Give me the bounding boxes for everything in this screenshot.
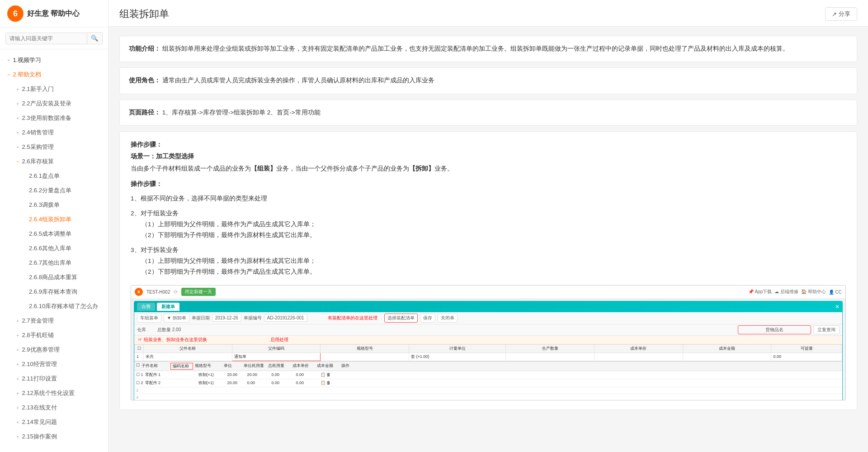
ss-th-avail1: 可提量 [771, 344, 842, 352]
sidebar-item-2-15-label: 2.15操作案例 [22, 433, 57, 441]
ss-lr-3-num: 3 [136, 388, 138, 393]
ss-th-check: ☐ [135, 344, 144, 352]
plus-icon-2-2: + [16, 101, 19, 106]
sidebar-item-2-5-label: 2.5采购管理 [22, 143, 53, 151]
ss-cell-1-2: 通知单 [232, 352, 321, 361]
ss-icon-2: ☁ 后端维修 [774, 289, 798, 295]
ss-cell-1-8: 0.00 [771, 352, 842, 361]
search-button[interactable]: 🔍 [87, 32, 103, 44]
sidebar-item-2-2-label: 2.2产品安装及登录 [22, 100, 71, 108]
sidebar-item-2-8[interactable]: + 2.8手机旺铺 [13, 328, 108, 343]
sidebar-item-2-6-10-label: 2.6.10库存账本错了怎么办 [29, 302, 98, 310]
sidebar-item-2-3[interactable]: + 2.3使用前数据准备 [13, 111, 108, 125]
ss-cell-1-6 [594, 352, 683, 361]
role-intro-text: 通常由生产人员或库管人员完成拆装业务的操作，库管人员确认原材料的出库和产成品的入… [162, 77, 434, 84]
sidebar-item-2-13[interactable]: + 2.13在线支付 [13, 400, 108, 415]
sidebar-item-2-6-1[interactable]: 2.6.1盘点单 [25, 169, 108, 183]
ss-field-no-label: 单据编号 [244, 315, 262, 321]
sidebar-item-2-4-label: 2.4销售管理 [22, 128, 53, 137]
sidebar-item-2-14[interactable]: + 2.14常见问题 [13, 415, 108, 429]
ss-lr-1-name: 零配件 1 [145, 372, 172, 378]
scene1-step-2: 2、对于组装业务 （1）上部明细为父件明细，最终作为产成品生成其它入库单； （2… [131, 208, 846, 241]
sidebar-item-2-9[interactable]: + 2.9优惠券管理 [13, 343, 108, 357]
ss-win-header: 自费 新建单 ✕ [134, 301, 842, 312]
sidebar-item-2-6[interactable]: − 2.6库存核算 [13, 154, 108, 169]
sidebar-item-2-6-2[interactable]: 2.6.2分量盘点单 [25, 183, 108, 198]
sidebar-item-2-6-6-label: 2.6.6其他入库单 [29, 244, 71, 252]
nav-sub-2-6: 2.6.1盘点单 2.6.2分量盘点单 2.6.3调拨单 2.6.4组装拆卸单 … [13, 169, 108, 314]
sidebar-item-2-14-label: 2.14常见问题 [22, 418, 57, 426]
sidebar-item-2-6-8[interactable]: 2.6.8商品成本重算 [25, 270, 108, 285]
ss-lower-th-cost-total: 成本金额 [317, 363, 340, 370]
plus-icon: + [7, 57, 10, 63]
sidebar-item-2-7[interactable]: + 2.7资金管理 [13, 314, 108, 328]
function-intro-text: 组装拆卸单用来处理企业组装或拆卸等加工业务，支持有固定装配清单的产品加工业务，也… [162, 45, 789, 52]
ss-lower-th-spec: 规格型号 [195, 363, 222, 370]
sidebar-item-2-4[interactable]: + 2.4销售管理 [13, 125, 108, 140]
ss-btn-bom: 选择装配清单 [384, 314, 418, 323]
logo-icon: 6 [7, 5, 24, 22]
sidebar-item-2-6-9[interactable]: 2.6.9库存账本查询 [25, 285, 108, 299]
ss-logo: 6 [135, 288, 143, 296]
plus-icon-2-5: + [16, 144, 19, 150]
sidebar-item-2-11[interactable]: + 2.11打印设置 [13, 371, 108, 386]
scene1-step-3-sub: （1）上部明细为父件明细，最终作为原材料生成其它出库单； （2）下部明细为子件明… [131, 256, 846, 278]
plus-icon-2-7: + [16, 318, 19, 324]
ss-hint-bom: 有装配清单的在这里处理 [328, 315, 377, 321]
sidebar-item-2-6-4[interactable]: 2.6.4组装拆卸单 [25, 212, 108, 227]
ss-lower-th-name: 子件名称 [142, 363, 169, 370]
ss-field-date: 2019-12-26 [212, 314, 241, 322]
sidebar-item-2-6-7[interactable]: 2.6.7其他出库单 [25, 256, 108, 270]
sidebar-item-2-6-5[interactable]: 2.6.5成本调整单 [25, 227, 108, 241]
sidebar-item-2-1[interactable]: + 2.1新手入门 [13, 82, 108, 96]
ss-lr-2-check: ☐ 2 [136, 381, 143, 385]
plus-icon-2-14: + [16, 419, 19, 425]
ss-cell-1-5 [506, 352, 594, 361]
ss-right-icons: 📌 App下载 ☁ 后端维修 🏠 帮助中心 👤 CC [748, 289, 842, 295]
sidebar-item-2-15[interactable]: + 2.15操作案例 [13, 429, 108, 444]
plus-icon-2-13: + [16, 405, 19, 410]
sidebar-item-2-12[interactable]: + 2.12系统个性化设置 [13, 386, 108, 400]
sidebar-item-2[interactable]: − 2.帮助文档 [0, 67, 108, 82]
share-icon: ↗ [832, 11, 837, 18]
ss-lr-2-ops: 📋 🗑 [321, 381, 334, 385]
sidebar-item-2-6-1-label: 2.6.1盘点单 [29, 172, 60, 180]
main-header: 组装拆卸单 ↗ 分享 [108, 0, 868, 27]
ss-lr-1-cost: 0.00 [272, 372, 294, 377]
ss-upper-table: ☐ 父件名称 父件编码 规格型号 计量单位 生产数量 成本单价 成本金额 可提量 [134, 344, 842, 361]
sidebar-item-2-2[interactable]: + 2.2产品安装及登录 [13, 96, 108, 111]
ss-lr-2-total: 0.00 [296, 381, 319, 385]
ss-green-button: 闭定新建一天 [181, 288, 216, 296]
scene1-desc: 当由多个子件材料组装成一个成品的业务为【组装】业务，当由一个父件拆分成多个子产品… [131, 163, 846, 174]
sidebar-item-2-10[interactable]: + 2.10经营管理 [13, 357, 108, 371]
minus-icon-2: − [7, 72, 10, 77]
sidebar-item-2-6-6[interactable]: 2.6.6其他入库单 [25, 241, 108, 256]
sidebar-item-2-10-label: 2.10经营管理 [22, 360, 57, 368]
ss-cell-1-0: 1 [135, 352, 144, 361]
ss-cell-1-4: 套 (×1.00) [409, 352, 506, 361]
main-area: 组装拆卸单 ↗ 分享 功能介绍： 组装拆卸单用来处理企业组装或拆卸等加工业务，支… [108, 0, 868, 452]
ss-btn-search: 立复查询 [813, 325, 840, 334]
ss-label-qty: 总数量 2.00 [157, 327, 181, 333]
share-button[interactable]: ↗ 分享 [825, 7, 857, 21]
ss-lr-1-qty: 20.00 [247, 372, 270, 377]
ss-btn-type: ▼ 拆卸单 [164, 314, 189, 323]
ss-lr-1-total: 0.00 [296, 372, 319, 377]
steps-container: 操作步骤： 场景一：加工类型选择 当由多个子件材料组装成一个成品的业务为【组装】… [119, 131, 857, 410]
ss-th-spec1: 规格型号 [321, 344, 409, 352]
sidebar-item-2-6-9-label: 2.6.9库存账本查询 [29, 288, 77, 296]
sidebar-item-2-5[interactable]: + 2.5采购管理 [13, 140, 108, 154]
search-box: 🔍 [0, 28, 108, 49]
screenshot-container: 6 TEST-H002 ⟳ 闭定新建一天 📌 App下载 ☁ 后端维修 🏠 帮助… [131, 285, 846, 400]
ss-lr-1-spec: 铁制(×1) [198, 372, 226, 378]
sidebar-item-2-3-label: 2.3使用前数据准备 [22, 114, 71, 122]
ss-lr-1-unit: 20.00 [227, 372, 245, 377]
nav-sub-2: + 2.1新手入门 + 2.2产品安装及登录 + 2.3使用前数据准备 + 2.… [0, 82, 108, 444]
search-input[interactable] [5, 33, 87, 44]
sidebar-item-1[interactable]: + 1.视频学习 [0, 53, 108, 67]
sidebar-item-2-6-3[interactable]: 2.6.3调拨单 [25, 198, 108, 212]
ss-icon-1: 📌 App下载 [748, 289, 772, 295]
sidebar-item-2-6-10[interactable]: 2.6.10库存账本错了怎么办 [25, 299, 108, 314]
ss-btn-save2: 保存 [420, 314, 435, 323]
app-name: 好生意 帮助中心 [27, 9, 80, 19]
